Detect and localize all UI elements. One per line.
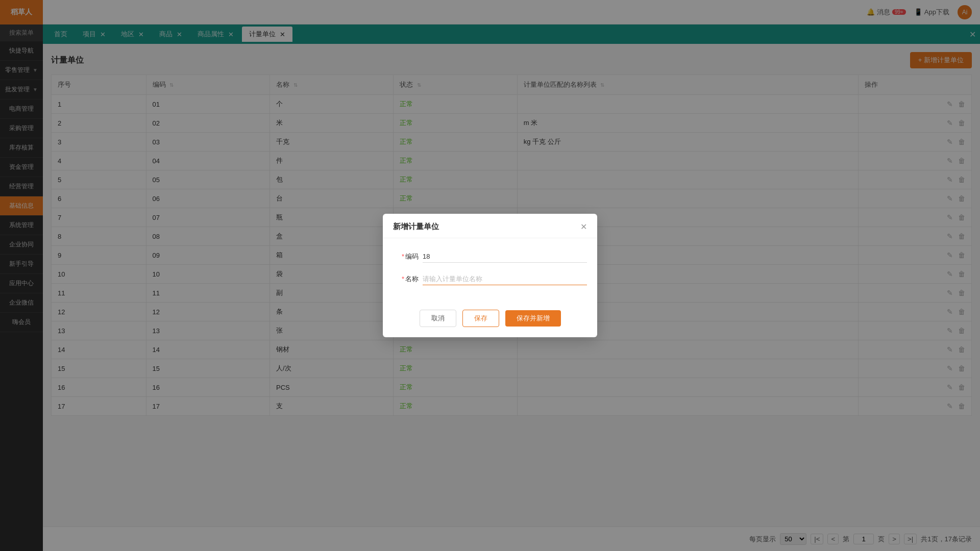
form-row-name: *名称 [393,273,587,285]
modal-body: *编码 *名称 [383,238,597,304]
form-row-code: *编码 [393,251,587,263]
add-unit-modal: 新增计量单位 ✕ *编码 *名称 取消 保存 [383,214,597,337]
modal-overlay: 新增计量单位 ✕ *编码 *名称 取消 保存 [43,0,980,551]
required-star: * [402,275,404,283]
modal-title: 新增计量单位 [393,222,439,232]
save-new-button[interactable]: 保存并新增 [505,310,561,327]
name-input[interactable] [423,273,587,285]
code-label: *编码 [393,252,419,261]
main-area: 🔔 消息 99+ 📱 App下载 Ai 首页 项目 ✕ 地区 ✕ 商品 [43,0,980,551]
code-input[interactable] [423,251,587,263]
modal-footer: 取消 保存 保存并新增 [383,304,597,337]
save-button[interactable]: 保存 [462,310,499,327]
cancel-button[interactable]: 取消 [420,310,456,327]
modal-close-btn[interactable]: ✕ [580,222,587,232]
modal-header: 新增计量单位 ✕ [383,214,597,238]
required-star: * [402,253,404,260]
name-label: *名称 [393,274,419,284]
